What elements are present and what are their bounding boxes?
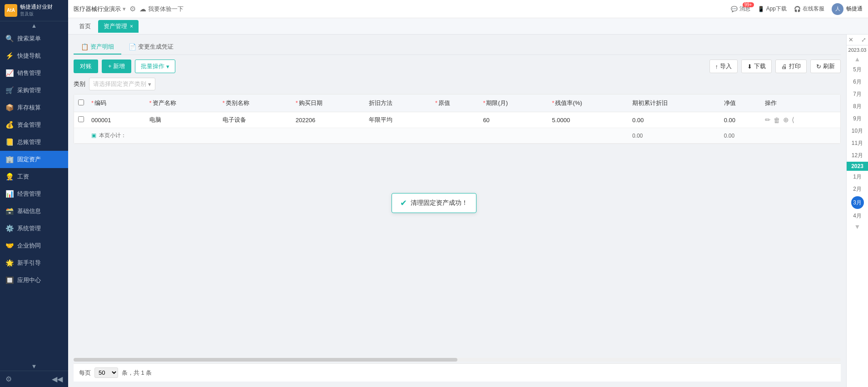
online-service-btn[interactable]: 🎧 在线客服: [794, 5, 824, 13]
sidebar-item-basic[interactable]: 🗃️ 基础信息: [0, 203, 68, 220]
feedback-btn[interactable]: ☁ 我要体验一下: [139, 5, 184, 13]
app-download-btn[interactable]: 📱 App下载: [758, 5, 787, 13]
message-icon: 💬: [731, 6, 738, 12]
reconcile-button[interactable]: 对账: [74, 60, 98, 73]
copy-icon[interactable]: ⊕: [783, 116, 789, 124]
edit-icon[interactable]: ✏: [765, 116, 771, 124]
filter-chevron-icon: ▾: [148, 81, 151, 88]
cal-month-3-active[interactable]: 3月: [851, 196, 864, 209]
refresh-button[interactable]: ↻ 刷新: [810, 60, 841, 73]
row-period: 60: [479, 112, 548, 128]
batch-chevron-icon: ▾: [166, 63, 169, 70]
cal-month-6[interactable]: 6月: [847, 76, 868, 88]
delete-icon[interactable]: 🗑: [774, 116, 780, 124]
top-header: 医疗器械行业演示 ▾ ⚙ ☁ 我要体验一下 💬 消息 99+ 📱 App下载 🎧…: [68, 0, 868, 18]
ledger-icon: 📒: [5, 138, 14, 146]
right-sidebar: ✕ ⤢ 2023.03 ▲ 5月 6月 7月 8月 9月 10月 11月 12月…: [846, 35, 868, 387]
operations-icon: 📊: [5, 190, 14, 198]
basic-icon: 🗃️: [5, 207, 14, 215]
sidebar-item-guide[interactable]: 🌟 新手引导: [0, 254, 68, 272]
tab-assets-management[interactable]: 资产管理 ×: [98, 20, 139, 33]
cal-month-12[interactable]: 12月: [847, 149, 868, 162]
cal-month-8[interactable]: 8月: [847, 100, 868, 113]
subtotal-empty: [74, 128, 88, 144]
sidebar-item-sales[interactable]: 📈 销售管理: [0, 64, 68, 82]
sidebar-scroll-up[interactable]: ▲: [0, 21, 68, 30]
message-btn[interactable]: 💬 消息 99+: [731, 5, 750, 13]
payroll-icon: 👷: [5, 173, 14, 181]
th-residual-rate: *残值率(%): [548, 94, 629, 112]
scrollbar-thumb[interactable]: [74, 358, 457, 362]
refresh-icon: ↻: [816, 63, 821, 70]
sidebar-item-ledger[interactable]: 📒 总账管理: [0, 134, 68, 151]
message-badge: 99+: [743, 2, 754, 7]
subtotal-label: ▣ 本页小计：: [88, 128, 629, 144]
company-selector[interactable]: 医疗器械行业演示 ▾: [74, 5, 126, 13]
per-page-label: 每页: [79, 369, 91, 377]
tab-home[interactable]: 首页: [74, 18, 96, 35]
sidebar-item-inventory[interactable]: 📦 库存核算: [0, 99, 68, 116]
row-category: 电子设备: [219, 112, 292, 128]
new-button[interactable]: + 新增: [102, 60, 131, 73]
batch-button[interactable]: 批量操作 ▾: [135, 60, 175, 73]
sidebar-item-purchase[interactable]: 🛒 采购管理: [0, 82, 68, 99]
cal-month-2[interactable]: 2月: [847, 183, 868, 195]
select-all-checkbox[interactable]: [78, 99, 84, 105]
calendar-expand-icon[interactable]: ⤢: [861, 36, 866, 43]
collapse-icon[interactable]: ◀◀: [52, 375, 63, 383]
sidebar-item-payroll[interactable]: 👷 工资: [0, 168, 68, 185]
tab-close-icon[interactable]: ×: [130, 23, 133, 30]
company-chevron-icon: ▾: [123, 5, 126, 12]
sidebar-item-search[interactable]: 🔍 搜索菜单: [0, 30, 68, 47]
subtotal-action: [761, 128, 840, 144]
sales-icon: 📈: [5, 69, 14, 77]
cal-month-10[interactable]: 10月: [847, 125, 868, 137]
guide-icon: 🌟: [5, 259, 14, 267]
download-icon: 📱: [758, 6, 764, 12]
calendar-scroll-up[interactable]: ▲: [854, 55, 861, 64]
more-icon[interactable]: ⟨: [792, 116, 794, 124]
cal-month-1[interactable]: 1月: [847, 171, 868, 183]
sidebar-item-cooperation[interactable]: 🤝 企业协同: [0, 237, 68, 254]
sidebar-item-operations[interactable]: 📊 经营管理: [0, 185, 68, 203]
row-checkbox-cell: [74, 112, 88, 128]
per-page-select[interactable]: 10 20 50 100: [94, 367, 118, 378]
cal-month-11[interactable]: 11月: [847, 137, 868, 149]
table-container: *编码 *资产名称 *类别名称 *购买日期 折旧方法 *原值 *期限(月) *残…: [74, 94, 841, 144]
subtotal-row: ▣ 本页小计： 0.00 0.00: [74, 128, 840, 144]
inventory-icon: 📦: [5, 104, 14, 112]
download-button[interactable]: ⬇ 下载: [741, 60, 772, 73]
sidebar-item-apps[interactable]: 🔲 应用中心: [0, 272, 68, 289]
sidebar-item-finance[interactable]: 💰 资金管理: [0, 116, 68, 134]
calendar-scroll-down[interactable]: ▼: [854, 222, 861, 231]
import-button[interactable]: ↑ 导入: [709, 60, 738, 73]
sidebar-scroll-down[interactable]: ▼: [0, 362, 68, 371]
sidebar-item-quicknav[interactable]: ⚡ 快捷导航: [0, 47, 68, 64]
cal-month-7[interactable]: 7月: [847, 88, 868, 100]
th-period: *期限(月): [479, 94, 548, 112]
category-filter[interactable]: 请选择固定资产类别 ▾: [89, 78, 155, 90]
sidebar-item-assets[interactable]: 🏢 固定资产: [0, 151, 68, 168]
row-checkbox[interactable]: [78, 116, 84, 122]
assets-table: *编码 *资产名称 *类别名称 *购买日期 折旧方法 *原值 *期限(月) *残…: [74, 94, 840, 144]
th-checkbox: [74, 94, 88, 112]
print-button[interactable]: 🖨 打印: [775, 60, 807, 73]
asset-detail-icon: 📋: [81, 43, 89, 50]
toolbar: 对账 + 新增 批量操作 ▾ ↑ 导入 ⬇ 下载: [74, 60, 841, 73]
logo-version: 普及版: [20, 11, 53, 17]
settings-icon[interactable]: ⚙: [5, 375, 12, 383]
tab-active-label: 资产管理: [104, 22, 127, 30]
horizontal-scrollbar[interactable]: [74, 358, 841, 362]
cal-month-5[interactable]: 5月: [847, 64, 868, 76]
calendar-close-icon[interactable]: ✕: [848, 36, 853, 43]
settings-gear-icon[interactable]: ⚙: [129, 5, 136, 13]
row-purchase-date: 202206: [292, 112, 365, 128]
subtotal-icon: ▣: [91, 132, 96, 139]
sub-tab-voucher[interactable]: 📄 变更生成凭证: [121, 40, 181, 55]
cal-month-9[interactable]: 9月: [847, 113, 868, 125]
sidebar-item-system[interactable]: ⚙️ 系统管理: [0, 220, 68, 237]
username-label: 畅捷通: [846, 5, 863, 13]
sub-tab-asset-detail[interactable]: 📋 资产明细: [74, 40, 121, 55]
sidebar-bottom: ⚙ ◀◀: [0, 371, 68, 387]
cal-month-4[interactable]: 4月: [847, 210, 868, 222]
